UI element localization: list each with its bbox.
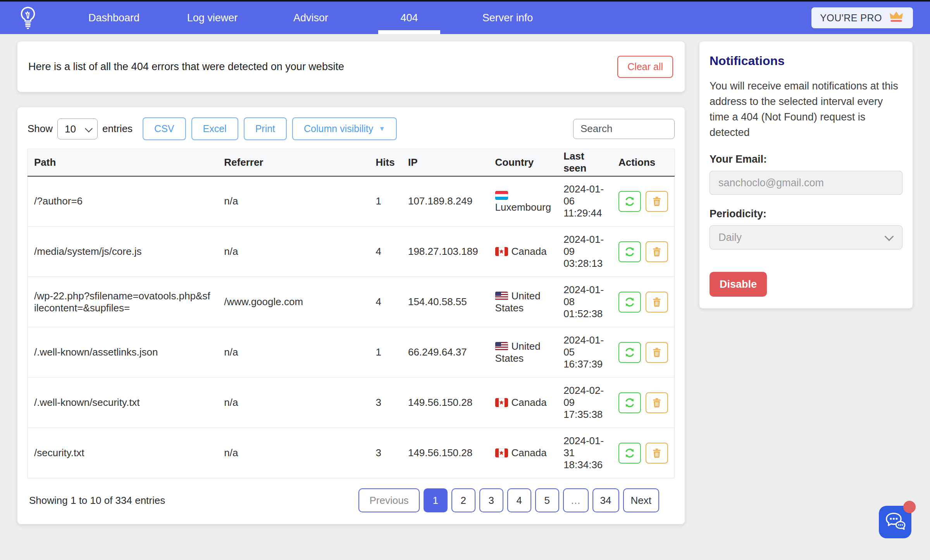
country-flag-icon — [495, 191, 508, 200]
nav-tabs: DashboardLog viewerAdvisor404Server info — [83, 2, 575, 34]
cell-country: Luxembourg — [489, 176, 558, 227]
cell-ip: 66.249.64.37 — [402, 327, 489, 378]
retest-button[interactable] — [618, 191, 641, 212]
crown-icon — [888, 10, 904, 26]
delete-button[interactable] — [646, 241, 668, 262]
delete-button[interactable] — [646, 191, 668, 212]
country-flag-icon — [495, 292, 508, 301]
cell-ip: 149.56.150.28 — [402, 428, 489, 478]
delete-button[interactable] — [646, 392, 668, 413]
cell-path: /.well-known/assetlinks.json — [28, 327, 218, 378]
periodicity-select-wrap: Daily — [710, 225, 902, 249]
column-header-hits[interactable]: Hits — [370, 149, 402, 176]
notifications-description: You will receive email notifications at … — [710, 78, 902, 140]
entries-summary: Showing 1 to 10 of 334 entries — [29, 495, 165, 507]
export-buttons: CSVExcelPrintColumn visibility▼ — [143, 117, 397, 140]
cell-actions — [612, 277, 675, 327]
column-header-last-seen[interactable]: Last seen — [557, 149, 612, 176]
table-row: /.well-known/security.txt n/a 3 149.56.1… — [28, 378, 675, 428]
email-field[interactable] — [710, 171, 902, 195]
column-header-path[interactable]: Path — [28, 149, 218, 176]
cell-country: Canada — [489, 227, 558, 277]
cell-actions — [612, 227, 675, 277]
table-body: /?author=6 n/a 1 107.189.8.249 Luxembour… — [28, 176, 675, 478]
cell-ip: 107.189.8.249 — [402, 176, 489, 227]
column-header-referrer[interactable]: Referrer — [218, 149, 369, 176]
cell-hits: 4 — [370, 277, 402, 327]
pagination-page-3[interactable]: 3 — [479, 488, 503, 512]
retest-button[interactable] — [618, 392, 641, 413]
disable-button[interactable]: Disable — [710, 272, 767, 297]
cell-last-seen: 2024-01-31 18:34:36 — [557, 428, 612, 478]
cell-actions — [612, 176, 675, 227]
chat-bubbles-icon — [884, 511, 906, 533]
cell-path: /wp-22.php?sfilename=ovatools.php&sfilec… — [28, 277, 218, 327]
cell-path: /security.txt — [28, 428, 218, 478]
retest-button[interactable] — [618, 292, 641, 313]
delete-button[interactable] — [646, 342, 668, 363]
cell-ip: 149.56.150.28 — [402, 378, 489, 428]
pagination-next[interactable]: Next — [623, 488, 659, 512]
periodicity-select[interactable]: Daily — [710, 225, 902, 249]
tab-log-viewer[interactable]: Log viewer — [181, 2, 243, 34]
tab-advisor[interactable]: Advisor — [280, 2, 342, 34]
cell-ip: 198.27.103.189 — [402, 227, 489, 277]
retest-button[interactable] — [618, 342, 641, 363]
pagination-page-1[interactable]: 1 — [424, 488, 448, 512]
cell-last-seen: 2024-01-09 03:28:13 — [557, 227, 612, 277]
email-label: Your Email: — [710, 153, 902, 165]
retest-button[interactable] — [618, 443, 641, 464]
table-header-row: PathReferrerHitsIPCountryLast seenAction… — [28, 149, 675, 176]
errors-table: PathReferrerHitsIPCountryLast seenAction… — [28, 149, 675, 478]
pagination-page-5[interactable]: 5 — [535, 488, 559, 512]
delete-button[interactable] — [646, 443, 668, 464]
cell-hits: 3 — [370, 428, 402, 478]
pagination-page-4[interactable]: 4 — [507, 488, 531, 512]
column-visibility-button[interactable]: Column visibility▼ — [292, 117, 397, 140]
cell-country: United States — [489, 277, 558, 327]
cell-actions — [612, 378, 675, 428]
chat-widget-button[interactable] — [879, 506, 911, 538]
pagination: Previous12345…34Next — [358, 488, 659, 512]
pagination-previous[interactable]: Previous — [358, 488, 419, 512]
table-row: /?author=6 n/a 1 107.189.8.249 Luxembour… — [28, 176, 675, 227]
lightbulb-logo-icon[interactable] — [19, 5, 37, 31]
table-row: /wp-22.php?sfilename=ovatools.php&sfilec… — [28, 277, 675, 327]
pagination-page-34[interactable]: 34 — [592, 488, 619, 512]
entries-label: entries — [102, 123, 133, 135]
chat-notification-dot — [903, 501, 916, 513]
pagination-page-2[interactable]: 2 — [451, 488, 475, 512]
cell-actions — [612, 327, 675, 378]
cell-hits: 1 — [370, 176, 402, 227]
show-label: Show — [28, 123, 53, 135]
cell-country: United States — [489, 327, 558, 378]
tab-404[interactable]: 404 — [378, 2, 440, 34]
cell-path: /media/system/js/core.js — [28, 227, 218, 277]
cell-hits: 1 — [370, 327, 402, 378]
country-flag-icon — [495, 342, 508, 351]
excel-export-button[interactable]: Excel — [191, 117, 238, 140]
page-size-select[interactable]: 10 — [57, 119, 98, 139]
search-input[interactable] — [573, 119, 675, 139]
table-controls: Show 10 entries CSVExcelPrintColumn visi… — [28, 117, 675, 140]
clear-all-button[interactable]: Clear all — [617, 56, 673, 78]
notifications-title: Notifications — [710, 54, 902, 68]
pagination-ellipsis[interactable]: … — [563, 488, 589, 512]
table-row: /.well-known/assetlinks.json n/a 1 66.24… — [28, 327, 675, 378]
top-navbar: DashboardLog viewerAdvisor404Server info… — [0, 2, 930, 34]
periodicity-label: Periodicity: — [710, 208, 902, 220]
column-header-country[interactable]: Country — [489, 149, 558, 176]
cell-last-seen: 2024-01-06 11:29:44 — [557, 176, 612, 227]
cell-path: /?author=6 — [28, 176, 218, 227]
delete-button[interactable] — [646, 292, 668, 313]
cell-last-seen: 2024-01-05 16:37:39 — [557, 327, 612, 378]
pro-badge[interactable]: YOU'RE PRO — [811, 7, 913, 28]
intro-text: Here is a list of all the 404 errors tha… — [28, 61, 344, 73]
print-export-button[interactable]: Print — [244, 117, 287, 140]
tab-dashboard[interactable]: Dashboard — [83, 2, 145, 34]
retest-button[interactable] — [618, 241, 641, 262]
column-header-actions[interactable]: Actions — [612, 149, 675, 176]
column-header-ip[interactable]: IP — [402, 149, 489, 176]
csv-export-button[interactable]: CSV — [143, 117, 186, 140]
tab-server-info[interactable]: Server info — [477, 2, 539, 34]
